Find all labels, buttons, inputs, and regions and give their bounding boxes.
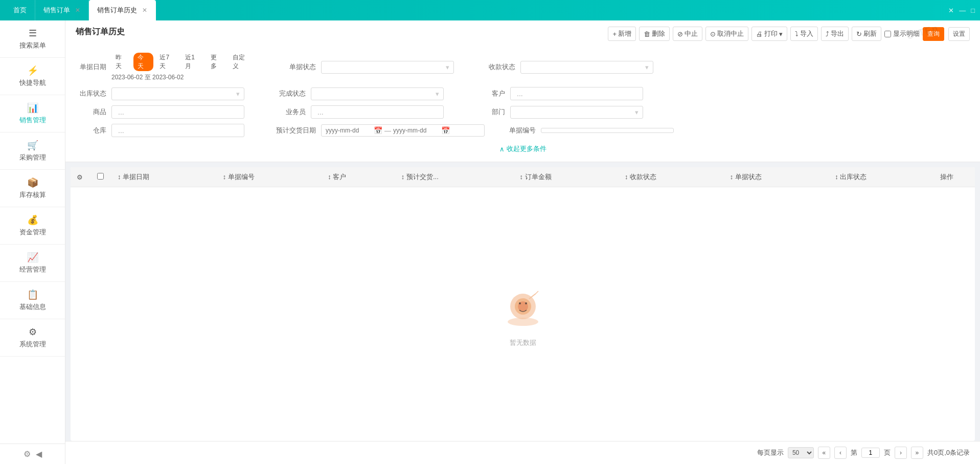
complete-status-select[interactable]: ▾ bbox=[311, 87, 444, 100]
sidebar-item-quick-nav[interactable]: ⚡ 快捷导航 bbox=[0, 58, 65, 95]
goods-input[interactable]: ... bbox=[111, 105, 244, 119]
page-size-select[interactable]: 50 20 100 bbox=[788, 447, 814, 458]
print-button[interactable]: 🖨 打印 ▾ bbox=[751, 27, 787, 41]
payment-status-label: 收款状态 bbox=[485, 62, 520, 72]
sidebar-item-sales-mgmt[interactable]: 📊 销售管理 bbox=[0, 95, 65, 132]
filter-row-4: 仓库 ... 预计交货日期 📅 — 📅 单据编号 bbox=[76, 124, 970, 137]
date-tab-last1m[interactable]: 近1月 bbox=[181, 52, 204, 72]
top-bar-close[interactable]: ✕ bbox=[948, 7, 954, 14]
sidebar-item-purchase-mgmt[interactable]: 🛒 采购管理 bbox=[0, 132, 65, 170]
bill-no-input[interactable] bbox=[541, 128, 674, 133]
expected-date-start[interactable] bbox=[326, 127, 372, 134]
operations-icon: 📈 bbox=[27, 252, 38, 263]
query-button[interactable]: 查询 bbox=[923, 27, 944, 41]
sidebar-item-finance[interactable]: 💰 资金管理 bbox=[0, 207, 65, 245]
calendar-end-icon[interactable]: 📅 bbox=[441, 126, 450, 135]
data-table: ⚙ ↕ 单据日期 ↕ 单据编号 bbox=[71, 167, 975, 187]
sidebar-item-inventory-label: 库存核算 bbox=[19, 190, 46, 200]
sidebar-item-operations-label: 经营管理 bbox=[19, 265, 46, 274]
sidebar-item-inventory[interactable]: 📦 库存核算 bbox=[0, 170, 65, 207]
bill-no-filter bbox=[541, 128, 674, 133]
empty-text: 暂无数据 bbox=[510, 338, 536, 347]
tab-sales-order-history-label: 销售订单历史 bbox=[97, 6, 137, 15]
expected-date-label: 预计交货日期 bbox=[275, 126, 321, 135]
customer-ellipsis[interactable]: ... bbox=[515, 90, 525, 98]
top-bar: 首页 销售订单 ✕ 销售订单历史 ✕ ✕ — □ bbox=[0, 0, 980, 20]
bill-status-label: 单据状态 bbox=[285, 62, 321, 72]
date-tab-today[interactable]: 今天 bbox=[133, 53, 153, 71]
empty-icon bbox=[497, 281, 549, 332]
calendar-start-icon[interactable]: 📅 bbox=[374, 126, 382, 135]
select-all-checkbox[interactable] bbox=[97, 173, 104, 180]
expected-date-end[interactable] bbox=[393, 127, 439, 134]
delete-button[interactable]: 🗑 删除 bbox=[639, 27, 670, 41]
tab-sales-order[interactable]: 销售订单 ✕ bbox=[35, 0, 89, 20]
payment-status-arrow: ▾ bbox=[645, 63, 649, 71]
warehouse-ellipsis[interactable]: ... bbox=[116, 126, 126, 135]
tab-sales-order-history-close[interactable]: ✕ bbox=[142, 7, 147, 14]
sidebar: ☰ 搜索菜单 ⚡ 快捷导航 📊 销售管理 🛒 采购管理 📦 库存核算 💰 资金管… bbox=[0, 20, 65, 464]
sidebar-item-finance-label: 资金管理 bbox=[19, 228, 46, 237]
sales-rep-ellipsis[interactable]: ... bbox=[315, 108, 326, 116]
warehouse-filter: ... bbox=[111, 124, 244, 137]
tab-sales-order-history[interactable]: 销售订单历史 ✕ bbox=[89, 0, 156, 20]
bill-status-select[interactable]: ▾ bbox=[321, 61, 454, 74]
expected-date-input-group: 📅 — 📅 bbox=[321, 124, 485, 137]
import-button[interactable]: ⤵ 导入 bbox=[790, 27, 818, 41]
date-tab-more[interactable]: 更多 bbox=[207, 52, 226, 72]
date-label: 单据日期 bbox=[76, 62, 111, 72]
settings-button[interactable]: 设置 bbox=[948, 27, 970, 41]
top-bar-maximize[interactable]: □ bbox=[971, 7, 975, 14]
sidebar-collapse-btn[interactable]: ◀ bbox=[36, 449, 42, 459]
refresh-icon: ↻ bbox=[856, 30, 862, 38]
next-page-btn[interactable]: › bbox=[895, 447, 907, 459]
sidebar-settings-btn[interactable]: ⚙ bbox=[24, 449, 31, 459]
display-columns-checkbox[interactable] bbox=[884, 31, 891, 37]
prev-page-btn[interactable]: ‹ bbox=[834, 447, 847, 459]
warehouse-label: 仓库 bbox=[76, 126, 111, 135]
collapse-btn[interactable]: ∧ 收起更多条件 bbox=[76, 142, 970, 156]
page-title: 销售订单历史 bbox=[76, 27, 125, 37]
customer-filter: ... bbox=[510, 87, 643, 100]
col-settings-icon[interactable]: ⚙ bbox=[77, 173, 83, 181]
sidebar-item-operations[interactable]: 📈 经营管理 bbox=[0, 245, 65, 282]
date-tab-last7[interactable]: 近7天 bbox=[155, 52, 179, 72]
sidebar-item-data-info[interactable]: 📋 基础信息 bbox=[0, 282, 65, 319]
sidebar-item-sys-mgmt[interactable]: ⚙ 系统管理 bbox=[0, 319, 65, 357]
bill-status-arrow: ▾ bbox=[446, 63, 449, 71]
display-columns-checkbox-label[interactable]: 显示明细 bbox=[884, 29, 920, 38]
delete-icon: 🗑 bbox=[644, 30, 650, 38]
dept-arrow: ▾ bbox=[635, 108, 639, 116]
complete-status-label: 完成状态 bbox=[275, 89, 311, 98]
top-bar-minimize[interactable]: — bbox=[959, 7, 966, 14]
first-page-btn[interactable]: « bbox=[818, 447, 830, 459]
pagination-bar: 每页显示 50 20 100 « ‹ 第 页 › » 共0页,0条记录 bbox=[65, 441, 980, 464]
customer-input[interactable]: ... bbox=[510, 87, 643, 100]
dept-select[interactable]: ▾ bbox=[510, 106, 643, 119]
warehouse-input[interactable]: ... bbox=[111, 124, 244, 137]
top-bar-right: ✕ — □ bbox=[948, 7, 975, 14]
sidebar-item-sales-mgmt-label: 销售管理 bbox=[19, 116, 46, 125]
export-button[interactable]: ⤴ 导出 bbox=[821, 27, 849, 41]
title-toolbar-row: 销售订单历史 + 新增 🗑 删除 ⊘ 中止 ⊙ bbox=[76, 27, 970, 46]
sales-rep-input[interactable]: ... bbox=[311, 105, 444, 119]
tab-home[interactable]: 首页 bbox=[5, 0, 35, 20]
date-separator: — bbox=[384, 127, 391, 135]
tab-sales-order-close[interactable]: ✕ bbox=[75, 7, 80, 14]
cancel-stop-button[interactable]: ⊙ 取消中止 bbox=[705, 27, 748, 41]
filter-row-2: 出库状态 ▾ 完成状态 ▾ 客户 ... bbox=[76, 87, 970, 100]
refresh-button[interactable]: ↻ 刷新 bbox=[852, 27, 881, 41]
last-page-btn[interactable]: » bbox=[911, 447, 923, 459]
date-tab-yesterday[interactable]: 昨天 bbox=[111, 52, 131, 72]
new-button[interactable]: + 新增 bbox=[608, 27, 636, 41]
complete-status-arrow: ▾ bbox=[436, 90, 439, 98]
sidebar-item-search-menu[interactable]: ☰ 搜索菜单 bbox=[0, 20, 65, 58]
tab-sales-order-label: 销售订单 bbox=[43, 6, 70, 15]
date-tab-custom[interactable]: 自定义 bbox=[229, 52, 255, 72]
goods-ellipsis[interactable]: ... bbox=[116, 108, 126, 116]
ship-status-select[interactable]: ▾ bbox=[111, 87, 244, 100]
page-input[interactable] bbox=[861, 448, 880, 458]
table-container: ⚙ ↕ 单据日期 ↕ 单据编号 bbox=[71, 167, 975, 441]
payment-status-select[interactable]: ▾ bbox=[520, 61, 653, 74]
stop-button[interactable]: ⊘ 中止 bbox=[673, 27, 702, 41]
